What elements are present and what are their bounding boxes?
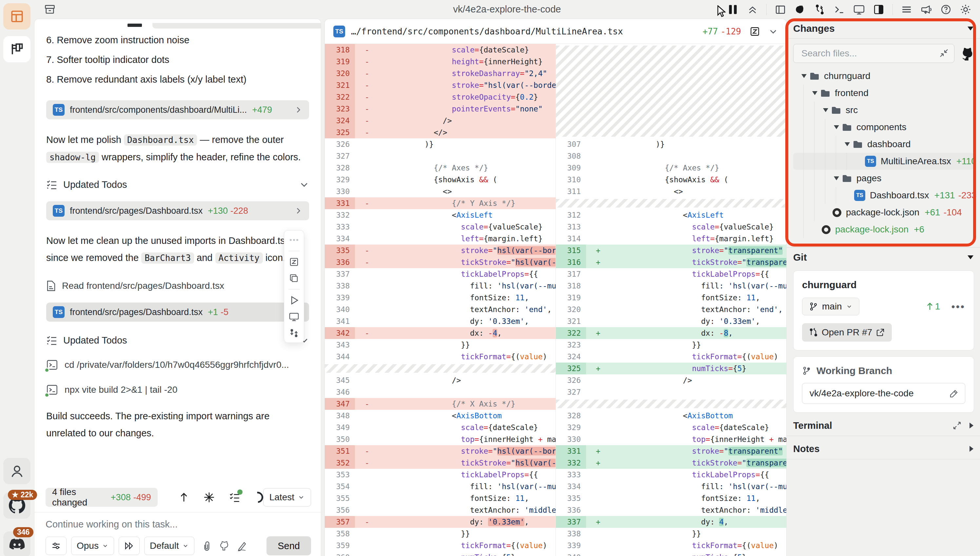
mode-dropdown[interactable]: Default xyxy=(144,537,194,555)
chat-settings-button[interactable] xyxy=(45,537,66,555)
burst-icon[interactable] xyxy=(203,492,215,503)
pause-icon[interactable] xyxy=(727,3,739,15)
tree-row[interactable]: pages xyxy=(793,170,974,187)
git-compare-icon[interactable] xyxy=(814,3,826,15)
line-number: 321 xyxy=(556,315,586,327)
terminal-section-header[interactable]: Terminal xyxy=(793,415,974,436)
diff-row: 327 xyxy=(325,150,555,162)
updated-todos-row[interactable]: Updated Todos xyxy=(46,179,309,190)
folder-icon xyxy=(831,106,841,115)
tree-row[interactable]: package-lock.json+6 xyxy=(793,221,974,238)
tree-row[interactable]: churnguard xyxy=(793,68,974,84)
pen-icon[interactable] xyxy=(237,541,247,551)
model-dropdown[interactable]: Opus xyxy=(71,537,114,555)
panel-right-icon[interactable] xyxy=(873,3,885,15)
file-diff-chip[interactable]: TSfrontend/src/pages/Dashboard.tsx+1-5 xyxy=(46,302,309,322)
search-files-input[interactable]: Search files... xyxy=(793,44,954,63)
caret-right-icon[interactable] xyxy=(969,445,974,453)
copy-icon[interactable] xyxy=(289,273,300,284)
code-text: tickStroke="hsl(var(--border))" xyxy=(379,256,555,268)
change-marker xyxy=(355,481,379,492)
line-number: 357 xyxy=(325,516,355,528)
github-cat-icon[interactable] xyxy=(219,541,230,551)
collapse-diff-icon[interactable] xyxy=(769,27,778,36)
collapse-up-icon[interactable] xyxy=(747,3,759,15)
display-icon[interactable] xyxy=(853,3,865,15)
folder-icon xyxy=(853,140,863,149)
code-text xyxy=(610,386,786,398)
todo-list-icon[interactable] xyxy=(229,492,240,503)
collapse-tree-icon[interactable] xyxy=(939,48,949,58)
more-icon[interactable] xyxy=(289,234,300,246)
tree-row[interactable]: TSDashboard.tsx+131-233 xyxy=(793,187,974,204)
diff-row: 335-stroke="hsl(var(--border))" xyxy=(325,244,555,256)
git-section-header[interactable]: Git xyxy=(793,247,974,267)
edit-branch-icon[interactable] xyxy=(949,388,959,398)
attach-icon[interactable] xyxy=(202,540,212,551)
tree-row[interactable]: components xyxy=(793,119,974,136)
tree-row[interactable]: dashboard xyxy=(793,136,974,153)
diff-row: 317tickLabelProps={{ xyxy=(556,268,786,280)
run-icon[interactable] xyxy=(289,295,300,306)
file-diff-chip[interactable]: TSfrontend/src/components/dashboard/Mult… xyxy=(46,100,309,119)
fast-forward-icon xyxy=(124,541,134,550)
diff-row: 349scale={dateScale} xyxy=(325,422,555,433)
preview-icon[interactable] xyxy=(289,311,300,322)
file-name: Dashboard.tsx xyxy=(870,190,929,200)
rail-account-button[interactable] xyxy=(3,458,31,484)
diff-row: 347-{/* X Axis */} xyxy=(325,398,555,410)
file-name: pages xyxy=(856,173,882,184)
line-number: 337 xyxy=(556,516,586,528)
tree-row[interactable]: TSMultiLineArea.tsx+110-162 xyxy=(793,153,974,170)
diff-new-column[interactable]: 307)}308309{/* Axes */}310{showAxis && (… xyxy=(555,44,786,556)
send-button[interactable]: Send xyxy=(266,536,311,555)
snapshot-icon[interactable] xyxy=(289,256,300,268)
latest-dropdown[interactable]: Latest xyxy=(263,488,311,506)
rail-board-tab[interactable] xyxy=(3,36,31,62)
diff-old-column[interactable]: 318-scale={dateScale}319-height={innerHe… xyxy=(325,44,555,556)
message-input[interactable]: Continue working on this task... xyxy=(45,512,311,531)
theme-contrast-icon[interactable] xyxy=(794,3,806,15)
diff-row: 328<AxisBottom xyxy=(556,410,786,422)
tree-row[interactable]: frontend xyxy=(793,84,974,102)
scroll-top-icon[interactable] xyxy=(179,492,189,503)
read-file-row[interactable]: Read frontend/src/pages/Dashboard.tsx xyxy=(46,280,309,291)
code-text: strokeOpacity={0.2} xyxy=(379,91,555,103)
terminal-icon[interactable] xyxy=(833,3,845,15)
snapshot-icon[interactable] xyxy=(749,26,760,37)
caret-right-icon[interactable] xyxy=(969,422,974,429)
files-changed-chip[interactable]: 4 files changed +308 -499 xyxy=(45,488,158,507)
tree-row[interactable]: src xyxy=(793,102,974,119)
tree-row[interactable]: package-lock.json+61-104 xyxy=(793,204,974,221)
rail-layout-tab[interactable] xyxy=(3,3,31,29)
diff-row: 321-stroke="hsl(var(--border))" xyxy=(325,79,555,91)
compare-icon[interactable] xyxy=(289,328,300,339)
help-icon[interactable] xyxy=(940,3,952,15)
fast-forward-button[interactable] xyxy=(119,537,140,555)
terminal-command-row[interactable]: cd /private/var/folders/10/h7w0q46556ggr… xyxy=(46,359,309,371)
change-marker xyxy=(586,339,610,351)
working-branch-input[interactable]: vk/4e2a-explore-the-code xyxy=(802,383,965,404)
open-pr-button[interactable]: Open PR #7 xyxy=(802,323,892,342)
chat-conversation: 6. Remove zoom instruction noise7. Softe… xyxy=(34,19,321,483)
notes-section-header[interactable]: Notes xyxy=(793,439,974,459)
change-marker xyxy=(586,315,610,327)
changes-section-header[interactable]: Changes xyxy=(793,19,974,38)
file-diff-chip[interactable]: TSfrontend/src/pages/Dashboard.tsx+130-2… xyxy=(46,201,309,220)
code-text: tickFormat={(value) xyxy=(610,540,786,551)
expand-icon[interactable] xyxy=(953,421,962,430)
github-cat-icon[interactable] xyxy=(959,46,974,61)
indent-guide xyxy=(803,170,812,187)
folder-icon xyxy=(831,106,841,115)
more-actions-button[interactable]: ••• xyxy=(951,301,965,313)
panel-left-icon[interactable] xyxy=(775,3,786,15)
settings-gear-icon[interactable] xyxy=(960,3,972,15)
indent-guide xyxy=(825,187,833,204)
branch-dropdown[interactable]: main xyxy=(802,298,859,315)
text-segment: icon. xyxy=(263,252,286,263)
menu-icon[interactable] xyxy=(901,3,912,15)
terminal-command-row[interactable]: npx vite build 2>&1 | tail -20 xyxy=(46,384,309,396)
updated-todos-row[interactable]: Updated Todos xyxy=(46,335,309,346)
megaphone-icon[interactable] xyxy=(920,3,932,15)
chevron-down-icon[interactable] xyxy=(299,179,309,189)
